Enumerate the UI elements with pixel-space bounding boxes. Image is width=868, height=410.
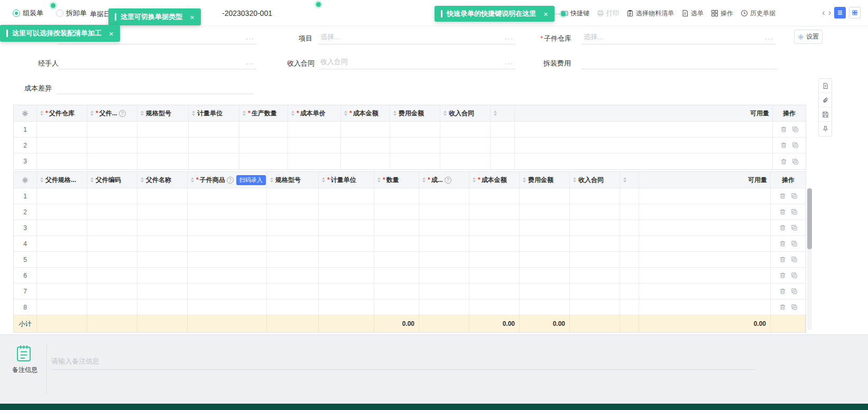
- grid-cell[interactable]: [639, 204, 771, 220]
- grid-cell[interactable]: [570, 188, 620, 204]
- grid-cell[interactable]: [570, 236, 620, 251]
- grid-cell[interactable]: [440, 153, 491, 169]
- delete-row-button[interactable]: [779, 272, 786, 279]
- grid-cell[interactable]: [319, 252, 374, 267]
- grid-cell[interactable]: [440, 138, 491, 153]
- cost-diff-field[interactable]: [57, 80, 254, 94]
- scan-entry-button[interactable]: 扫码录入: [236, 175, 266, 185]
- grid-cell[interactable]: [37, 204, 87, 220]
- grid-cell[interactable]: [87, 236, 137, 251]
- more-button[interactable]: ···: [765, 35, 773, 42]
- side-tool-save-button[interactable]: [819, 107, 832, 122]
- grid-cell[interactable]: [137, 188, 188, 204]
- grid-cell[interactable]: [419, 204, 469, 220]
- grid-cell[interactable]: [419, 236, 469, 251]
- grid-cell[interactable]: [570, 220, 620, 235]
- copy-row-button[interactable]: [791, 193, 798, 199]
- grid-cell[interactable]: [239, 122, 288, 137]
- grid-cell[interactable]: [520, 299, 570, 315]
- grid-cell[interactable]: [469, 252, 520, 267]
- grid-cell[interactable]: [188, 268, 267, 283]
- delete-row-button[interactable]: [780, 142, 787, 149]
- grid-cell[interactable]: [374, 220, 419, 235]
- grid-cell[interactable]: [188, 299, 267, 315]
- delete-row-button[interactable]: [779, 304, 786, 311]
- column-header[interactable]: [491, 105, 515, 121]
- grid-cell[interactable]: [374, 284, 419, 299]
- grid-cell[interactable]: [188, 252, 267, 267]
- delete-row-button[interactable]: [779, 208, 786, 215]
- grid-cell[interactable]: [620, 268, 639, 283]
- grid-cell[interactable]: [319, 299, 374, 315]
- column-header[interactable]: 规格型号: [267, 172, 319, 188]
- grid-cell[interactable]: [639, 236, 771, 251]
- grid-cell[interactable]: [137, 268, 188, 283]
- grid-cell[interactable]: [390, 138, 440, 153]
- grid-cell[interactable]: [87, 299, 137, 315]
- grid-cell[interactable]: [288, 153, 341, 169]
- copy-row-button[interactable]: [792, 126, 799, 133]
- grid-cell[interactable]: [87, 122, 137, 137]
- grid-cell[interactable]: [188, 284, 267, 299]
- column-header[interactable]: 费用金额: [520, 172, 570, 188]
- grid-cell[interactable]: [341, 138, 390, 153]
- grid-cell[interactable]: [137, 284, 188, 299]
- grid-cell[interactable]: [137, 138, 189, 153]
- column-header[interactable]: *父件仓库: [37, 105, 87, 121]
- grid-cell[interactable]: [639, 188, 771, 204]
- grid-cell[interactable]: [319, 236, 374, 251]
- column-header[interactable]: 父件名称: [137, 172, 188, 188]
- column-header[interactable]: [620, 172, 639, 188]
- grid-cell[interactable]: [37, 284, 87, 299]
- toolbar-button-operations[interactable]: 操作: [711, 9, 733, 18]
- grid-cell[interactable]: [37, 252, 87, 267]
- grid-cell[interactable]: [267, 284, 319, 299]
- copy-row-button[interactable]: [791, 288, 798, 295]
- grid-cell[interactable]: [239, 153, 288, 169]
- column-header[interactable]: 收入合同: [570, 172, 620, 188]
- copy-row-button[interactable]: [791, 304, 798, 311]
- toolbar-button-select-order[interactable]: 选单: [681, 9, 704, 18]
- grid-cell[interactable]: [87, 153, 137, 169]
- grid-cell[interactable]: [37, 188, 87, 204]
- grid-cell[interactable]: [87, 268, 137, 283]
- grid-cell[interactable]: [374, 236, 419, 251]
- grid-cell[interactable]: [570, 268, 620, 283]
- grid-cell[interactable]: [570, 284, 620, 299]
- delete-row-button[interactable]: [780, 158, 787, 165]
- column-header[interactable]: *计量单位: [319, 172, 374, 188]
- side-tool-attachment-button[interactable]: [819, 93, 832, 107]
- grid-cell[interactable]: [319, 204, 374, 220]
- delete-row-button[interactable]: [779, 240, 786, 247]
- scrollbar-thumb[interactable]: [807, 188, 812, 249]
- settings-button[interactable]: 设置: [794, 30, 823, 44]
- grid-cell[interactable]: [520, 204, 570, 220]
- column-header[interactable]: 费用金额: [390, 105, 440, 121]
- column-header[interactable]: 收入合同: [440, 105, 491, 121]
- grid-cell[interactable]: [469, 299, 520, 315]
- grid-cell[interactable]: [319, 220, 374, 235]
- grid-cell[interactable]: [288, 138, 341, 153]
- grid-cell[interactable]: [137, 153, 189, 169]
- grid-cell[interactable]: [341, 122, 390, 137]
- grid-cell[interactable]: [37, 268, 87, 283]
- grid-cell[interactable]: [37, 138, 87, 153]
- copy-row-button[interactable]: [792, 158, 799, 165]
- grid-cell[interactable]: [515, 153, 773, 169]
- grid-cell[interactable]: [620, 284, 639, 299]
- grid-cell[interactable]: [87, 204, 137, 220]
- help-icon[interactable]: ?: [227, 177, 234, 184]
- grid-cell[interactable]: [189, 138, 239, 153]
- copy-row-button[interactable]: [791, 208, 798, 215]
- grid-cell[interactable]: [288, 122, 341, 137]
- grid-cell[interactable]: [390, 153, 440, 169]
- chevron-left-icon[interactable]: ‹: [822, 7, 825, 19]
- copy-row-button[interactable]: [791, 224, 798, 231]
- side-tool-doc-button[interactable]: [819, 79, 832, 93]
- child-warehouse-field[interactable]: 选择... ···: [581, 31, 775, 44]
- grid-cell[interactable]: [37, 236, 87, 251]
- grid-cell[interactable]: [341, 153, 390, 169]
- column-header[interactable]: *成本金额: [341, 105, 390, 121]
- grid-cell[interactable]: [491, 153, 515, 169]
- more-button[interactable]: ···: [246, 35, 254, 42]
